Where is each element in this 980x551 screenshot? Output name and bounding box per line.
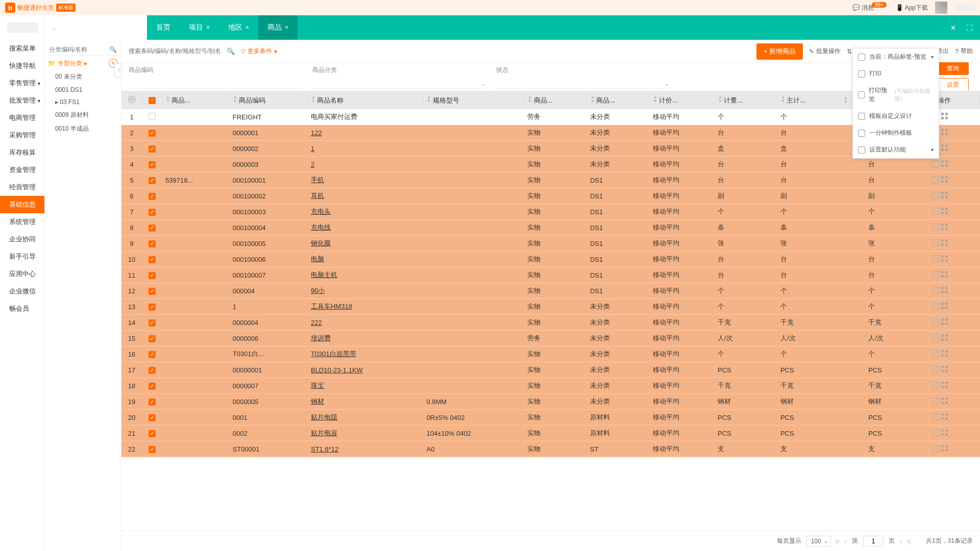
tab-商品[interactable]: 商品×: [258, 15, 298, 40]
row-checkbox[interactable]: ✓: [149, 272, 156, 279]
filter-product-category[interactable]: 商品分类⌄: [312, 66, 486, 89]
col-header[interactable]: ▲▼计量...: [715, 91, 777, 109]
row-checkbox[interactable]: ✓: [149, 193, 156, 200]
sidebar-item-新手引导[interactable]: 新手引导: [0, 248, 44, 265]
col-header[interactable]: ▲▼商品名称: [308, 91, 424, 109]
page-next-icon[interactable]: ›: [900, 538, 902, 545]
table-row[interactable]: 3✓00000021实物未分类移动平均盒盒盒: [121, 141, 980, 157]
table-row[interactable]: 13✓1工具车HM318实物未分类移动平均个个个: [121, 299, 980, 315]
qr-icon[interactable]: [941, 176, 948, 183]
popup-quick-template[interactable]: 一分钟制作模板: [853, 124, 939, 141]
tab-首页[interactable]: 首页: [147, 15, 180, 40]
table-row[interactable]: 18✓0000007珠宝实物未分类移动平均千克千克千克: [121, 378, 980, 394]
table-row[interactable]: 15✓0000006培训费劳务未分类移动平均人/次人/次人/次: [121, 331, 980, 346]
filter-status[interactable]: 状态⌄: [496, 66, 670, 89]
settings-button[interactable]: 设置: [937, 78, 969, 92]
query-button[interactable]: 查询: [937, 62, 969, 75]
edit-icon[interactable]: [932, 255, 939, 262]
row-checkbox[interactable]: ✓: [149, 351, 156, 358]
qr-icon[interactable]: [941, 429, 948, 436]
help-link[interactable]: ? 帮助: [955, 47, 973, 56]
sidebar-item-采购管理[interactable]: 采购管理: [0, 127, 44, 144]
edit-icon[interactable]: [932, 271, 939, 278]
qr-icon[interactable]: [941, 129, 948, 136]
col-header[interactable]: ▲▼商品...: [587, 91, 650, 109]
qr-icon[interactable]: [941, 192, 948, 199]
fullscreen-icon[interactable]: ⛶: [964, 22, 975, 33]
close-icon[interactable]: ×: [246, 24, 249, 31]
search-input[interactable]: [129, 47, 220, 55]
gear-icon[interactable]: [128, 96, 135, 103]
table-row[interactable]: 4✓00000032实物未分类移动平均台台台: [121, 157, 980, 172]
tab-地区[interactable]: 地区×: [219, 15, 258, 40]
row-checkbox[interactable]: [149, 113, 156, 120]
edit-icon[interactable]: [932, 318, 939, 325]
table-row[interactable]: 14✓0000004222实物未分类移动平均千克千克千克: [121, 315, 980, 331]
search-icon[interactable]: 🔍: [109, 46, 117, 53]
row-checkbox[interactable]: ✓: [149, 383, 156, 390]
search-icon[interactable]: 🔍: [227, 47, 235, 55]
row-checkbox[interactable]: ✓: [149, 414, 156, 421]
table-row[interactable]: 7✓000100003充电头实物DS1移动平均个个个: [121, 204, 980, 220]
sidebar-item-应用中心[interactable]: 应用中心: [0, 265, 44, 283]
qr-icon[interactable]: [941, 382, 948, 389]
col-header[interactable]: −: [142, 91, 162, 109]
row-checkbox[interactable]: ✓: [149, 304, 156, 311]
tree-node[interactable]: 0001 DS1: [48, 84, 118, 96]
add-product-button[interactable]: + 新增商品: [756, 43, 803, 60]
page-input[interactable]: [863, 536, 884, 546]
sidebar-item-搜索菜单[interactable]: 搜索菜单: [0, 40, 44, 57]
sidebar-item-企业协同[interactable]: 企业协同: [0, 231, 44, 248]
col-header[interactable]: ▲▼商品...: [524, 91, 587, 109]
table-row[interactable]: 10✓000100006电脑实物DS1移动平均台台台: [121, 252, 980, 267]
row-checkbox[interactable]: ✓: [149, 224, 156, 232]
row-checkbox[interactable]: ✓: [149, 161, 156, 168]
table-row[interactable]: 16✓T0301白...T0301白面黑带实物未分类移动平均个个个: [121, 346, 980, 362]
sidebar-item-快捷导航[interactable]: 快捷导航: [0, 57, 44, 74]
table-row[interactable]: 5✓539718...000100001手机实物DS1移动平均台台台: [121, 172, 980, 188]
tree-root[interactable]: 📁 全部分类▸ ✎: [48, 59, 118, 68]
filter-product-code[interactable]: 商品编码: [129, 66, 302, 89]
sidebar-item-零售管理[interactable]: 零售管理▾: [0, 74, 44, 92]
row-checkbox[interactable]: ✓: [149, 335, 156, 342]
qr-icon[interactable]: [941, 366, 948, 373]
sidebar-item-经营管理[interactable]: 经营管理: [0, 179, 44, 196]
tree-search-input[interactable]: [49, 46, 100, 53]
row-checkbox[interactable]: ✓: [149, 319, 156, 327]
table-row[interactable]: 19✓0000005钢材0.8MM实物未分类移动平均钢材钢材钢材: [121, 394, 980, 410]
qr-icon[interactable]: [941, 318, 948, 325]
sidebar-item-电商管理[interactable]: 电商管理: [0, 109, 44, 127]
table-row[interactable]: 17✓00000001BLD10-23-1.1KW实物未分类移动平均PCSPCS…: [121, 362, 980, 378]
table-row[interactable]: 11✓000100007电脑主机实物DS1移动平均台台台: [121, 267, 980, 283]
qr-icon[interactable]: [941, 113, 948, 120]
qr-icon[interactable]: [941, 208, 948, 215]
edit-icon[interactable]: [932, 192, 939, 199]
select-all-checkbox[interactable]: −: [149, 97, 156, 104]
sidebar-item-基础信息[interactable]: 基础信息: [0, 196, 44, 213]
row-checkbox[interactable]: ✓: [149, 430, 156, 437]
more-conditions-link[interactable]: ▽ 更多条件 ▾: [241, 47, 277, 56]
qr-icon[interactable]: [941, 160, 948, 167]
popup-default-settings[interactable]: 设置默认功能▾: [853, 141, 939, 158]
edit-icon[interactable]: [932, 382, 939, 389]
table-row[interactable]: 6✓000100002耳机实物DS1移动平均副副副: [121, 188, 980, 204]
qr-icon[interactable]: [941, 144, 948, 152]
row-checkbox[interactable]: ✓: [149, 130, 156, 137]
row-checkbox[interactable]: ✓: [149, 398, 156, 406]
qr-icon[interactable]: [941, 287, 948, 294]
table-row[interactable]: 1FREIGHT电商买家付运费劳务未分类移动平均个个: [121, 109, 980, 125]
edit-icon[interactable]: [932, 287, 939, 294]
col-header[interactable]: ▲▼规格型号: [423, 91, 524, 109]
row-checkbox[interactable]: ✓: [149, 446, 156, 453]
col-header[interactable]: ▲▼计价...: [650, 91, 715, 109]
edit-icon[interactable]: [932, 366, 939, 373]
app-download-link[interactable]: 📱 App下载: [896, 4, 928, 12]
qr-icon[interactable]: [941, 413, 948, 420]
col-header[interactable]: ▲▼商品编码: [230, 91, 308, 109]
edit-icon[interactable]: [932, 445, 939, 452]
page-first-icon[interactable]: |‹: [836, 538, 840, 545]
edit-icon[interactable]: [932, 160, 939, 167]
sidebar-item-库存核算[interactable]: 库存核算: [0, 144, 44, 161]
tree-node[interactable]: ▸ 03 FS1: [48, 96, 118, 108]
close-icon[interactable]: ×: [206, 24, 210, 31]
